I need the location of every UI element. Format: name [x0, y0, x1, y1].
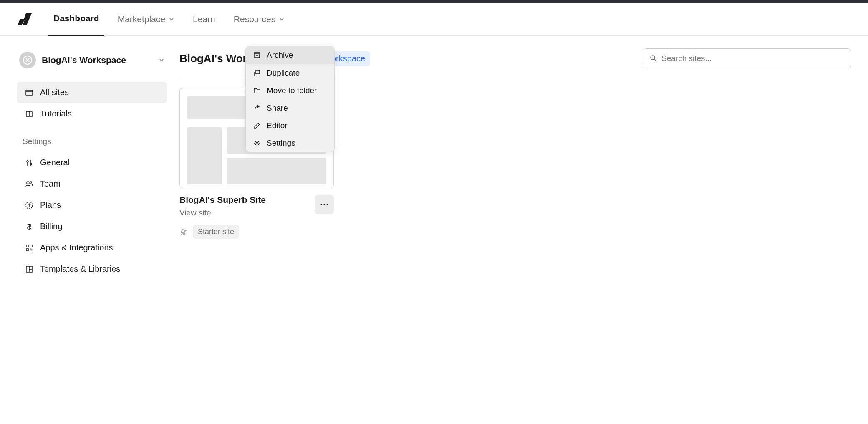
sidebar-templates-label: Templates & Libraries — [40, 264, 120, 274]
chevron-down-icon — [159, 57, 164, 63]
svg-rect-22 — [254, 53, 260, 54]
sidebar-apps[interactable]: Apps & Integrations — [17, 237, 167, 258]
main-content: BlogAI's Workspace Starter Workspace — [179, 48, 851, 280]
team-icon — [25, 180, 33, 188]
skeleton-block — [187, 127, 222, 184]
nav-resources[interactable]: Resources — [229, 3, 290, 36]
sidebar-plans-label: Plans — [40, 200, 61, 210]
sidebar-team[interactable]: Team — [17, 173, 167, 194]
billing-icon — [25, 222, 33, 231]
site-tag: Starter site — [193, 225, 239, 239]
menu-duplicate-label: Duplicate — [267, 68, 300, 78]
settings-header: Settings — [17, 124, 167, 152]
svg-rect-24 — [256, 70, 260, 74]
context-menu: Archive Duplicate Move to folder Share E… — [245, 46, 335, 152]
svg-rect-10 — [26, 245, 28, 247]
duplicate-icon — [253, 69, 261, 77]
svg-point-7 — [27, 182, 29, 184]
sidebar-all-sites[interactable]: All sites — [17, 82, 167, 103]
menu-archive[interactable]: Archive — [246, 46, 334, 64]
nav-learn[interactable]: Learn — [188, 3, 220, 36]
workspace-name: BlogAI's Workspace — [42, 55, 153, 65]
menu-settings-label: Settings — [267, 139, 295, 148]
skeleton-block — [227, 158, 326, 184]
sidebar-team-label: Team — [40, 179, 61, 189]
nav-resources-label: Resources — [234, 14, 275, 24]
webflow-logo[interactable] — [17, 12, 32, 27]
menu-move[interactable]: Move to folder — [246, 82, 334, 99]
sidebar-tutorials[interactable]: Tutorials — [17, 103, 167, 124]
sidebar: BlogAI's Workspace All sites Tutorials S… — [17, 48, 167, 280]
svg-point-18 — [321, 204, 322, 205]
svg-point-16 — [651, 56, 655, 60]
chevron-down-icon — [169, 16, 174, 22]
plans-icon — [25, 201, 33, 209]
svg-rect-12 — [26, 249, 28, 251]
workspace-selector[interactable]: BlogAI's Workspace — [17, 48, 167, 72]
archive-icon — [253, 51, 261, 59]
menu-editor[interactable]: Editor — [246, 117, 334, 134]
svg-point-6 — [30, 163, 32, 165]
sidebar-billing-label: Billing — [40, 222, 62, 231]
site-title: BlogAI's Superb Site — [179, 195, 310, 205]
svg-point-8 — [30, 182, 32, 183]
sidebar-general-label: General — [40, 158, 70, 167]
pencil-icon — [253, 122, 261, 129]
templates-icon — [25, 265, 33, 273]
search-box[interactable] — [643, 48, 851, 68]
more-options-button[interactable] — [315, 195, 334, 214]
nav-marketplace-label: Marketplace — [118, 14, 165, 24]
svg-point-5 — [27, 161, 28, 162]
sidebar-tutorials-label: Tutorials — [40, 109, 72, 119]
svg-point-25 — [256, 142, 258, 144]
nav-dashboard[interactable]: Dashboard — [48, 3, 104, 36]
sidebar-general[interactable]: General — [17, 152, 167, 173]
sliders-icon — [25, 159, 33, 167]
sites-icon — [25, 88, 33, 97]
svg-rect-11 — [30, 245, 32, 247]
apps-icon — [25, 244, 33, 252]
svg-line-17 — [654, 59, 656, 61]
workspace-avatar-icon — [19, 52, 36, 68]
menu-editor-label: Editor — [267, 121, 288, 130]
sidebar-apps-label: Apps & Integrations — [40, 243, 113, 252]
menu-settings[interactable]: Settings — [246, 134, 334, 152]
tutorials-icon — [25, 110, 33, 118]
svg-point-19 — [324, 204, 325, 205]
sidebar-all-sites-label: All sites — [40, 88, 69, 97]
search-icon — [650, 55, 657, 62]
gear-icon — [253, 139, 261, 147]
menu-duplicate[interactable]: Duplicate — [246, 64, 334, 82]
share-icon — [253, 104, 261, 112]
nav-dashboard-label: Dashboard — [53, 13, 99, 23]
svg-point-20 — [327, 204, 328, 205]
unpublished-icon — [179, 228, 188, 236]
more-icon — [320, 204, 328, 205]
menu-share-label: Share — [267, 103, 288, 113]
nav-learn-label: Learn — [193, 14, 215, 24]
search-input[interactable] — [661, 54, 844, 63]
folder-icon — [253, 87, 261, 94]
sidebar-billing[interactable]: Billing — [17, 216, 167, 237]
menu-share[interactable]: Share — [246, 99, 334, 117]
sidebar-plans[interactable]: Plans — [17, 194, 167, 216]
sidebar-templates[interactable]: Templates & Libraries — [17, 258, 167, 280]
nav-marketplace[interactable]: Marketplace — [113, 3, 179, 36]
menu-archive-label: Archive — [267, 50, 293, 60]
svg-rect-1 — [26, 90, 33, 95]
chevron-down-icon — [279, 16, 285, 22]
view-site-link[interactable]: View site — [179, 208, 310, 217]
header: Dashboard Marketplace Learn Resources — [0, 3, 868, 36]
menu-move-label: Move to folder — [267, 86, 317, 95]
